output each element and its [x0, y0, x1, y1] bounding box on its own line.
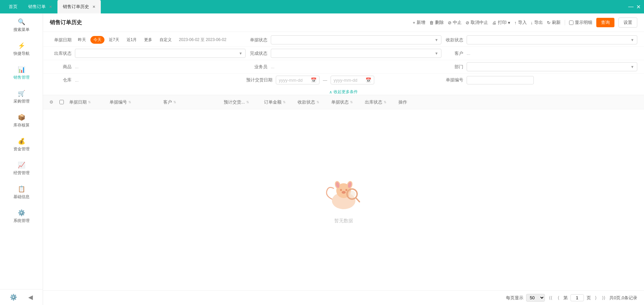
date-tab-yesterday[interactable]: 昨天: [75, 36, 89, 44]
sort-amount-icon: ⇅: [283, 100, 286, 104]
dept-filter: 部门 ▾: [441, 62, 637, 71]
col-header-amount[interactable]: 订单金额 ⇅: [261, 99, 295, 105]
delete-icon: 🗑: [429, 20, 434, 25]
sidebar-settings-icon[interactable]: ⚙️: [10, 294, 17, 301]
sidebar-item-sales-mgmt[interactable]: 📊 销售管理: [0, 61, 43, 85]
last-page-button[interactable]: ⟩⟩: [601, 295, 607, 301]
delivery-date-start[interactable]: yyyy-mm-dd 📅: [276, 76, 319, 84]
select-all-checkbox[interactable]: [56, 100, 67, 104]
salesman-select[interactable]: ...: [271, 64, 274, 69]
svg-line-7: [356, 198, 359, 202]
import-button[interactable]: ↑ 导入: [514, 20, 527, 26]
sidebar-item-inventory[interactable]: 📦 库存核算: [0, 109, 43, 133]
stop-button[interactable]: ⊘ 中止: [448, 20, 462, 26]
svg-point-2: [340, 189, 342, 191]
col-header-receipt[interactable]: 收款状态 ⇅: [295, 99, 329, 105]
svg-point-6: [349, 191, 355, 197]
jump-label: 第: [563, 295, 568, 301]
sidebar-item-quick-nav[interactable]: ⚡ 快捷导航: [0, 37, 43, 61]
page-number-input[interactable]: [570, 294, 584, 301]
receipt-status-filter: 收款状态 ▾: [441, 35, 637, 44]
dept-select[interactable]: ▾: [467, 62, 637, 71]
sales-mgmt-icon: 📊: [18, 66, 25, 73]
per-page-select[interactable]: 50 10 20 100: [526, 294, 545, 302]
table-section: ⚙ 单据日期 ⇅ 单据编号 ⇅ 客户 ⇅ 预计交货...: [43, 95, 644, 290]
bill-status-label: 单据状态: [246, 37, 271, 43]
empty-text: 暂无数据: [334, 218, 353, 224]
customer-filter: 客户 ...: [441, 50, 637, 56]
sidebar-item-basic-info[interactable]: 📋 基础信息: [0, 181, 43, 204]
bill-num-input[interactable]: [467, 76, 534, 84]
col-header-status[interactable]: 单据状态 ⇅: [329, 99, 362, 105]
col-header-delivery[interactable]: 预计交货... ⇅: [221, 99, 261, 105]
start-calendar-icon: 📅: [311, 77, 316, 83]
query-button[interactable]: 查询: [596, 18, 614, 27]
top-bar: 首页 销售订单 ✕ 销售订单历史 ✕ — ✕: [0, 0, 644, 13]
sidebar-item-system-mgmt[interactable]: ⚙️ 系统管理: [0, 204, 43, 228]
receipt-status-label: 收款状态: [441, 37, 467, 43]
next-page-button[interactable]: ⟩: [594, 295, 598, 301]
col-header-customer[interactable]: 客户 ⇅: [161, 99, 221, 105]
tab-sales-order-history[interactable]: 销售订单历史 ✕: [57, 0, 101, 13]
date-tab-more[interactable]: 更多: [141, 36, 155, 44]
refresh-button[interactable]: ↻ 刷新: [547, 20, 561, 26]
date-tab-today[interactable]: 今天: [90, 36, 104, 44]
date-tab-last1m[interactable]: 近1月: [124, 36, 140, 44]
tab-sales-order[interactable]: 销售订单 ✕: [23, 0, 57, 13]
customer-select[interactable]: ...: [467, 51, 470, 56]
bill-status-select[interactable]: ▾: [271, 35, 441, 44]
salesman-filter: 业务员 ...: [246, 64, 441, 70]
out-status-select[interactable]: ▾: [75, 49, 246, 58]
goods-label: 商品: [50, 64, 75, 70]
dept-chevron: ▾: [631, 64, 634, 69]
delivery-date-end[interactable]: yyyy-mm-dd 📅: [331, 76, 374, 84]
window-close[interactable]: ✕: [636, 4, 641, 10]
out-status-label: 出库状态: [50, 50, 75, 56]
goods-select[interactable]: ...: [75, 64, 79, 69]
delivery-date-range: yyyy-mm-dd 📅 — yyyy-mm-dd 📅: [276, 76, 374, 84]
new-button[interactable]: + 新增: [413, 20, 425, 26]
collapse-bar[interactable]: ∧ 收起更多条件: [43, 89, 644, 95]
col-header-out[interactable]: 出库状态 ⇅: [362, 99, 396, 105]
prev-page-button[interactable]: ⟨: [556, 295, 561, 301]
page-header: 销售订单历史 + 新增 🗑 删除 ⊘ 中止 ⊘ 取消中止: [43, 13, 644, 32]
show-detail-input[interactable]: [569, 21, 573, 25]
sidebar-item-operations[interactable]: 📈 经营管理: [0, 157, 43, 181]
col-header-date[interactable]: 单据日期 ⇅: [67, 99, 107, 105]
first-page-button[interactable]: ⟨⟨: [548, 295, 554, 301]
sort-status-icon: ⇅: [350, 100, 353, 104]
col-header-num[interactable]: 单据编号 ⇅: [107, 99, 161, 105]
date-tab-custom[interactable]: 自定义: [157, 36, 175, 44]
finance-icon: 💰: [18, 138, 25, 145]
show-detail-checkbox[interactable]: 显示明细: [569, 20, 592, 26]
date-range-display: 2023-06-02 至 2023-06-02: [179, 37, 226, 43]
sidebar-item-search-menu[interactable]: 🔍 搜索菜单: [0, 13, 43, 37]
window-minimize[interactable]: —: [628, 4, 634, 10]
cancel-stop-button[interactable]: ⊘ 取消中止: [466, 20, 488, 26]
print-button[interactable]: 🖨 打印 ▾: [492, 20, 510, 26]
operations-icon: 📈: [18, 161, 25, 169]
delete-button[interactable]: 🗑 删除: [429, 20, 444, 26]
export-button[interactable]: ↓ 导出: [531, 20, 543, 26]
table-settings-button[interactable]: ⚙: [46, 97, 56, 107]
complete-status-filter: 完成状态 ▾: [246, 49, 441, 58]
complete-status-label: 完成状态: [246, 50, 271, 56]
tab-home[interactable]: 首页: [3, 0, 23, 13]
sidebar-collapse-icon[interactable]: ◀: [28, 294, 33, 301]
sidebar-item-finance[interactable]: 💰 资金管理: [0, 133, 43, 157]
col-header-action: 操作: [396, 99, 641, 105]
tab-sales-order-close[interactable]: ✕: [49, 5, 52, 9]
toolbar-divider: [565, 20, 565, 25]
content-area: 销售订单历史 + 新增 🗑 删除 ⊘ 中止 ⊘ 取消中止: [43, 13, 644, 305]
warehouse-label: 仓库: [50, 77, 75, 83]
sort-delivery-icon: ⇅: [246, 100, 249, 104]
basic-info-icon: 📋: [18, 185, 25, 193]
warehouse-select[interactable]: ...: [75, 78, 79, 83]
complete-status-select[interactable]: ▾: [271, 49, 441, 58]
receipt-status-select[interactable]: ▾: [467, 35, 637, 44]
date-tab-last7[interactable]: 近7天: [106, 36, 122, 44]
sidebar-item-purchase-mgmt[interactable]: 🛒 采购管理: [0, 85, 43, 109]
tab-sales-order-history-close[interactable]: ✕: [92, 5, 95, 9]
settings-button[interactable]: 设置: [618, 17, 637, 28]
bill-num-filter: 单据编号: [441, 76, 637, 84]
